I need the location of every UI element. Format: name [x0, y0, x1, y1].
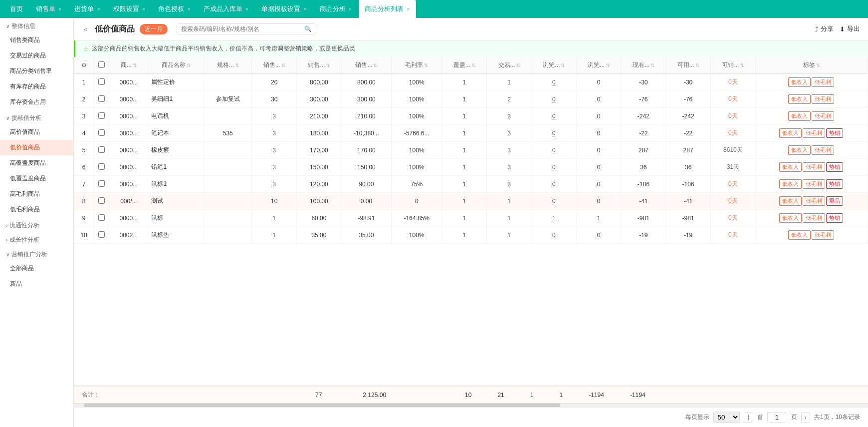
browse1[interactable]: 0: [531, 227, 576, 244]
next-page-button[interactable]: ›: [801, 412, 810, 423]
sidebar-section-circulation[interactable]: › 流通性分析: [0, 217, 73, 232]
row-checkbox[interactable]: [98, 163, 105, 170]
nav-template-setting[interactable]: 单据模板设置 ×: [255, 0, 312, 18]
sidebar-section-growth[interactable]: › 成长性分析: [0, 232, 73, 246]
th-sales-amount[interactable]: 销售...⇅: [341, 57, 391, 74]
profit-rate: 0: [392, 193, 442, 210]
sidebar-collapse-button[interactable]: «: [82, 23, 90, 35]
nav-product-analysis-list[interactable]: 商品分析列表 ×: [359, 0, 416, 18]
page-number-input[interactable]: [767, 412, 787, 423]
row-checkbox[interactable]: [98, 78, 105, 85]
row-checkbox[interactable]: [98, 95, 105, 102]
sidebar-item-stock-capital[interactable]: 库存资金占用: [0, 94, 73, 110]
nav-purchase-order[interactable]: 进货单 ×: [68, 0, 106, 18]
row-checkbox-cell[interactable]: [94, 91, 109, 108]
th-settings[interactable]: ⚙: [74, 57, 94, 74]
close-icon[interactable]: ×: [58, 6, 61, 12]
nav-product-instock[interactable]: 产成品入库单 ×: [198, 0, 254, 18]
sidebar-section-contribution[interactable]: ∨ 贡献值分析: [0, 110, 73, 124]
per-page-select[interactable]: 50 100 200: [713, 412, 740, 423]
th-name[interactable]: 商品名称⇅: [148, 57, 204, 74]
row-checkbox[interactable]: [98, 214, 105, 221]
row-checkbox[interactable]: [98, 180, 105, 187]
th-available[interactable]: 可用...⇅: [666, 57, 711, 74]
browse1[interactable]: 0: [531, 176, 576, 193]
th-saleable[interactable]: 可销...⇅: [711, 57, 756, 74]
row-checkbox-cell[interactable]: [94, 227, 109, 244]
row-checkbox-cell[interactable]: [94, 142, 109, 159]
browse1[interactable]: 0: [531, 74, 576, 91]
th-tags[interactable]: 标签⇅: [755, 57, 868, 74]
nav-product-analysis[interactable]: 商品分析 ×: [314, 0, 358, 18]
sidebar-item-high-profit[interactable]: 高毛利商品: [0, 186, 73, 202]
browse1[interactable]: 0: [531, 125, 576, 142]
browse1[interactable]: 0: [531, 193, 576, 210]
first-page-button[interactable]: ⟨: [744, 412, 753, 423]
sidebar-section-marketing[interactable]: ∨ 营销推广分析: [0, 246, 73, 261]
select-all-checkbox[interactable]: [98, 61, 105, 68]
sidebar-item-low-value[interactable]: 低价值商品: [0, 140, 73, 155]
browse1[interactable]: 0: [531, 108, 576, 125]
nav-permission[interactable]: 权限设置 ×: [107, 0, 151, 18]
th-coverage[interactable]: 覆盖...⇅: [442, 57, 487, 74]
sidebar-item-low-profit[interactable]: 低毛利商品: [0, 202, 73, 217]
close-icon[interactable]: ×: [97, 6, 100, 12]
browse1[interactable]: 1: [531, 210, 576, 227]
row-checkbox[interactable]: [98, 197, 105, 204]
row-checkbox-cell[interactable]: [94, 159, 109, 176]
th-browse1[interactable]: 浏览...⇅: [531, 57, 576, 74]
sidebar-item-all-products[interactable]: 全部商品: [0, 261, 73, 276]
coverage: 1: [442, 91, 487, 108]
filter-recent-month-button[interactable]: 近一月: [140, 24, 168, 34]
close-icon[interactable]: ×: [187, 6, 190, 12]
row-checkbox-cell[interactable]: [94, 125, 109, 142]
sidebar-item-traded-products[interactable]: 交易过的商品: [0, 48, 73, 63]
trade: 2: [487, 91, 532, 108]
close-icon[interactable]: ×: [349, 6, 352, 12]
th-checkbox[interactable]: [94, 57, 109, 74]
sidebar-item-stocked-products[interactable]: 有库存的商品: [0, 79, 73, 94]
product-code: 0000...: [109, 159, 148, 176]
browse1[interactable]: 0: [531, 91, 576, 108]
sidebar-item-high-coverage[interactable]: 高覆盖度商品: [0, 155, 73, 171]
nav-home[interactable]: 首页: [4, 0, 29, 18]
row-checkbox[interactable]: [98, 231, 105, 238]
row-checkbox[interactable]: [98, 112, 105, 119]
th-sales-price[interactable]: 销售...⇅: [297, 57, 342, 74]
row-checkbox[interactable]: [98, 146, 105, 153]
export-button[interactable]: ⬇ 导出: [840, 24, 860, 33]
nav-sales-order[interactable]: 销售单 ×: [30, 0, 67, 18]
sidebar-item-new-products[interactable]: 新品: [0, 276, 73, 292]
close-icon[interactable]: ×: [303, 6, 306, 12]
browse1[interactable]: 0: [531, 142, 576, 159]
nav-role-auth[interactable]: 角色授权 ×: [152, 0, 196, 18]
row-checkbox[interactable]: [98, 129, 105, 136]
th-sales-qty[interactable]: 销售...⇅: [252, 57, 297, 74]
table-row: 7 0000... 鼠标1 3 120.00 90.00 75% 1 3 0 0…: [74, 176, 868, 193]
close-icon[interactable]: ×: [142, 6, 145, 12]
sidebar-item-low-coverage[interactable]: 低覆盖度商品: [0, 171, 73, 186]
product-tag: 重品: [826, 196, 843, 206]
browse2: 0: [576, 193, 621, 210]
sidebar-item-category-sales-rate[interactable]: 商品分类销售率: [0, 63, 73, 79]
sidebar-item-sales-products[interactable]: 销售类商品: [0, 32, 73, 48]
sidebar-section-overall[interactable]: ∨ 整体信息: [0, 18, 73, 32]
th-trade[interactable]: 交易...⇅: [487, 57, 532, 74]
th-browse2[interactable]: 浏览...⇅: [576, 57, 621, 74]
close-icon[interactable]: ×: [407, 6, 410, 12]
share-button[interactable]: ⤴ 分享: [815, 24, 834, 33]
row-checkbox-cell[interactable]: [94, 176, 109, 193]
th-code[interactable]: 商...⇅: [109, 57, 148, 74]
browse1[interactable]: 0: [531, 159, 576, 176]
row-checkbox-cell[interactable]: [94, 193, 109, 210]
th-current[interactable]: 现有...⇅: [621, 57, 666, 74]
row-checkbox-cell[interactable]: [94, 210, 109, 227]
row-checkbox-cell[interactable]: [94, 108, 109, 125]
th-spec[interactable]: 规格...⇅: [204, 57, 252, 74]
th-profit-rate[interactable]: 毛利率⇅: [392, 57, 442, 74]
search-icon[interactable]: 🔍: [304, 25, 312, 32]
row-checkbox-cell[interactable]: [94, 74, 109, 91]
search-input[interactable]: [181, 25, 301, 32]
close-icon[interactable]: ×: [245, 6, 248, 12]
sidebar-item-high-value[interactable]: 高价值商品: [0, 124, 73, 140]
